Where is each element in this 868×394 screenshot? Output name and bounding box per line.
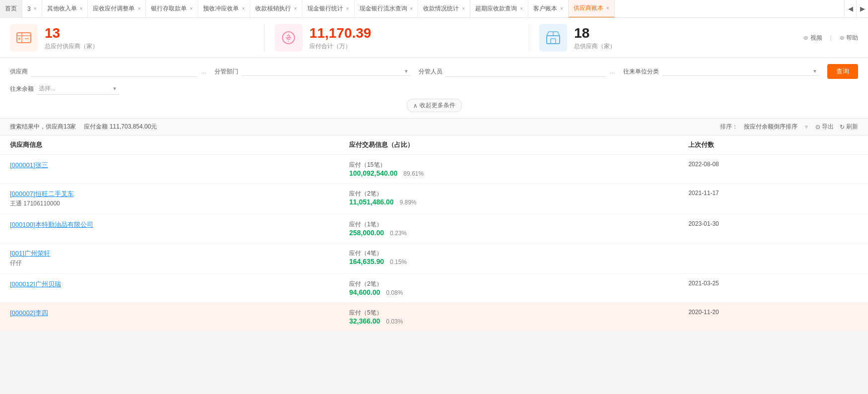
total-suppliers: 18 (574, 25, 616, 42)
trans-amount-1[interactable]: 11,051,486.00 (349, 198, 394, 206)
supplier-cell-4: [000012]广州贝瑞 (10, 280, 349, 289)
results-summary: 搜索结果中，供应商13家 应付金额 111,703,854.00元 (10, 123, 157, 131)
nav-tab-prepay-ar[interactable]: 预收冲应收单× (198, 0, 250, 18)
close-tab-customer-ledger-icon[interactable]: × (560, 6, 563, 11)
results-bar: 搜索结果中，供应商13家 应付金额 111,703,854.00元 排序： 按应… (0, 119, 868, 135)
trans-amount-5[interactable]: 32,366.00 (349, 317, 380, 325)
total-payable-amount: 11,170.39 (309, 25, 371, 42)
close-tab-prepay-ar-icon[interactable]: × (242, 6, 245, 11)
col-header-lastpay: 上次付数 (688, 140, 858, 149)
video-link[interactable]: ⊙ 视频 (803, 34, 822, 42)
filter-unit-type: 往来单位分类 ▼ (623, 67, 820, 76)
total-payable-suppliers: 13 (45, 25, 98, 42)
table-header-row: 供应商信息 应付交易信息（占比） 上次付数 (0, 135, 868, 155)
svg-point-1 (18, 38, 20, 40)
trans-label-4: 应付（2笔） (349, 280, 688, 288)
person-dots[interactable]: ... (610, 68, 615, 75)
close-tab-tab3-icon[interactable]: × (34, 6, 37, 11)
nav-tab-customer-ledger[interactable]: 客户账本× (528, 0, 569, 18)
nav-tab-cash-bank-stat[interactable]: 现金银行统计× (302, 0, 355, 18)
dept-select[interactable]: ▼ (241, 67, 411, 76)
person-label: 分管人员 (419, 67, 442, 76)
close-tab-cash-bank-stat-icon[interactable]: × (346, 6, 349, 11)
dept-dropdown-icon: ▼ (404, 68, 409, 74)
trans-amount-3[interactable]: 164,635.90 (349, 258, 384, 265)
refresh-icon: ↻ (840, 124, 845, 131)
nav-tab-overdue-ar[interactable]: 超期应收款查询× (470, 0, 528, 18)
unit-type-select[interactable]: ▼ (662, 67, 820, 76)
last-pay-4: 2021-03-25 (688, 280, 858, 287)
nav-tab-supplier-ledger[interactable]: 供应商账本× (569, 0, 615, 18)
trans-percent-5: 0.03% (386, 318, 403, 325)
supplier-link-1[interactable]: [000007]恒旺二手叉车 (10, 190, 74, 197)
export-button[interactable]: ⊙ 导出 (815, 123, 834, 131)
close-tab-cash-bank-flow-icon[interactable]: × (410, 6, 413, 11)
summary-actions: ⊙ 视频 | ⊙ 帮助 (803, 34, 858, 42)
trans-amount-0[interactable]: 100,092,540.00 (349, 169, 397, 177)
close-tab-receipt-stat-icon[interactable]: × (462, 6, 465, 11)
supplier-link-3[interactable]: [001]广州荣轩 (10, 250, 50, 257)
summary-card-amount: 11,170.39 应付合计（万） (275, 24, 529, 52)
trans-amount-4[interactable]: 94,600.00 (349, 288, 380, 296)
sort-option[interactable]: 按应付余额倒序排序 (744, 123, 797, 131)
results-amount-text: 应付金额 111,703,854.00元 (84, 123, 157, 131)
close-tab-bank-deposit-icon[interactable]: × (190, 6, 193, 11)
supplier-dots[interactable]: ... (201, 68, 206, 75)
trans-label-1: 应付（2笔） (349, 190, 688, 198)
video-icon: ⊙ (803, 34, 808, 41)
nav-tab-tab3[interactable]: 3× (22, 0, 42, 18)
trans-amount-2[interactable]: 258,000.00 (349, 229, 384, 237)
supplier-link-5[interactable]: [000002]李四 (10, 309, 48, 317)
svg-rect-3 (547, 36, 560, 44)
supplier-link-4[interactable]: [000012]广州贝瑞 (10, 280, 61, 288)
collapse-button[interactable]: ∧ 收起更多条件 (407, 99, 462, 112)
nav-right-arrow[interactable]: ▶ (856, 0, 868, 18)
transaction-cell-4: 应付（2笔）94,600.000.08% (349, 280, 688, 296)
trans-percent-1: 9.89% (400, 199, 417, 206)
close-tab-ar-ap-adjust-icon[interactable]: × (138, 6, 141, 11)
close-tab-other-income-icon[interactable]: × (80, 6, 83, 11)
total-suppliers-label: 总供应商（家） (574, 42, 616, 51)
nav-tab-home[interactable]: 首页 (0, 0, 22, 18)
svg-rect-0 (17, 33, 31, 43)
nav-tab-other-income[interactable]: 其他收入单× (42, 0, 88, 18)
trans-label-0: 应付（15笔） (349, 161, 688, 169)
person-input[interactable] (445, 66, 606, 77)
transaction-cell-1: 应付（2笔）11,051,486.009.89% (349, 190, 688, 206)
export-icon: ⊙ (815, 124, 820, 131)
summary-card2-info: 11,170.39 应付合计（万） (309, 25, 371, 51)
dept-label: 分管部门 (215, 67, 238, 76)
total-payable-amount-label: 应付合计（万） (309, 42, 371, 51)
nav-tab-cash-bank-flow[interactable]: 现金银行流水查询× (355, 0, 419, 18)
nav-left-arrow[interactable]: ◀ (844, 0, 856, 18)
nav-tab-bank-deposit[interactable]: 银行存取款单× (146, 0, 198, 18)
filter-row-2: 往来余额 选择... ▼ (10, 83, 858, 95)
help-link[interactable]: ⊙ 帮助 (840, 34, 858, 42)
summary-card-total-suppliers: 18 总供应商（家） (539, 24, 794, 52)
nav-tab-receipt-verify[interactable]: 收款核销执行× (250, 0, 302, 18)
supplier-input[interactable] (31, 66, 197, 77)
nav-tab-receipt-stat[interactable]: 收款情况统计× (418, 0, 470, 18)
close-tab-supplier-ledger-icon[interactable]: × (606, 5, 609, 11)
refresh-button[interactable]: ↻ 刷新 (840, 123, 858, 131)
filter-person: 分管人员 ... (419, 66, 615, 77)
table-row: [000100]本特勤油品有限公司应付（1笔）258,000.000.23%20… (0, 214, 868, 243)
close-tab-receipt-verify-icon[interactable]: × (294, 6, 297, 11)
balance-select[interactable]: 选择... ▼ (37, 83, 119, 95)
col-header-supplier: 供应商信息 (10, 140, 349, 149)
supplier-link-2[interactable]: [000100]本特勤油品有限公司 (10, 221, 93, 228)
nav-tab-ar-ap-adjust[interactable]: 应收应付调整单× (88, 0, 146, 18)
help-icon: ⊙ (840, 34, 845, 41)
collapse-icon: ∧ (413, 102, 418, 109)
results-actions: 排序： 按应付余额倒序排序 ▼ ⊙ 导出 ↻ 刷新 (720, 123, 858, 131)
table-row: [000001]张三应付（15笔）100,092,540.0089.61%202… (0, 155, 868, 184)
close-tab-overdue-ar-icon[interactable]: × (520, 6, 523, 11)
unit-type-label: 往来单位分类 (623, 67, 659, 76)
balance-dropdown-icon: ▼ (112, 86, 117, 91)
search-button[interactable]: 查询 (827, 64, 858, 79)
summary-bar: 13 总应付供应商（家） 11,170.39 应付合计（万） (0, 18, 868, 58)
filter-bar: 供应商 ... 分管部门 ▼ 分管人员 ... 往来单位分类 ▼ 查询 (0, 58, 868, 119)
filter-supplier: 供应商 ... (10, 66, 207, 77)
supplier-link-0[interactable]: [000001]张三 (10, 161, 48, 169)
last-pay-5: 2020-11-20 (688, 309, 858, 316)
